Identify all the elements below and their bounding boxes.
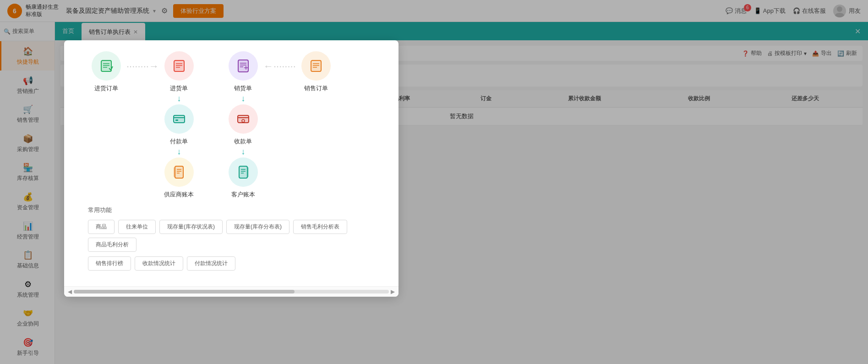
- popup-scrollbar-area: ◀ ▶: [64, 286, 399, 297]
- sales-order-label: 销售订单: [304, 84, 328, 92]
- popup-scroll: 进货订单 ········→ 进货单 ↓: [64, 40, 399, 286]
- sales-bill-circle: [229, 51, 258, 81]
- sales-order-circle: [301, 51, 331, 81]
- func-btn-payment-stat[interactable]: 付款情况统计: [187, 256, 235, 271]
- sales-order-node[interactable]: 销售订单: [301, 51, 331, 92]
- sales-bill-label: 销货单: [234, 84, 252, 92]
- scroll-right-icon[interactable]: ▶: [391, 288, 395, 295]
- func-btn-sales-rank[interactable]: 销售排行榜: [88, 256, 131, 271]
- svg-rect-38: [247, 167, 249, 177]
- customer-ledger-label: 客户账本: [231, 190, 255, 199]
- common-functions: 常用功能 商品 往来单位 现存量(库存状况表) 现存量(库存分布表) 销售毛利分…: [79, 206, 384, 271]
- svg-rect-12: [174, 115, 185, 123]
- func-btn-receipt-stat[interactable]: 收款情况统计: [135, 256, 183, 271]
- func-btn-sales-profit[interactable]: 销售毛利分析表: [293, 220, 347, 234]
- sales-bill-node[interactable]: 销货单: [229, 51, 258, 92]
- arrow-down-1: ↓: [177, 94, 181, 103]
- func-btn-counterpart[interactable]: 往来单位: [118, 220, 156, 234]
- func-btn-goods-profit[interactable]: 商品毛利分析: [88, 238, 136, 252]
- svg-rect-16: [175, 166, 183, 178]
- supplier-ledger-label: 供应商账本: [164, 190, 194, 199]
- receipt-bill-label: 收款单: [234, 137, 252, 146]
- purchase-order-node[interactable]: 进货订单: [92, 51, 121, 92]
- svg-rect-33: [239, 166, 247, 178]
- func-btn-stock-status[interactable]: 现存量(库存状况表): [159, 220, 223, 234]
- svg-rect-7: [174, 60, 184, 71]
- svg-rect-22: [238, 60, 248, 72]
- popup-box: 进货订单 ········→ 进货单 ↓: [64, 40, 399, 297]
- scrollbar-track[interactable]: [74, 290, 389, 293]
- arrow-down-4: ↓: [241, 147, 245, 156]
- svg-rect-29: [238, 115, 249, 123]
- scroll-left-icon[interactable]: ◀: [68, 288, 72, 295]
- purchase-bill-label: 进货单: [170, 84, 188, 92]
- receipt-bill-circle: [229, 104, 258, 134]
- supplier-ledger-node[interactable]: 供应商账本: [164, 158, 194, 199]
- supplier-ledger-circle: [164, 158, 194, 187]
- purchase-order-circle: [92, 51, 121, 81]
- func-buttons-row2: 销售排行榜 收款情况统计 付款情况统计: [88, 256, 375, 271]
- scrollbar-thumb: [74, 290, 295, 293]
- customer-ledger-circle: [229, 158, 258, 187]
- svg-rect-2: [101, 60, 111, 71]
- purchase-order-label: 进货订单: [94, 84, 118, 92]
- func-btn-stock-dist[interactable]: 现存量(库存分布表): [226, 220, 289, 234]
- svg-rect-21: [174, 167, 175, 177]
- func-title: 常用功能: [88, 206, 375, 214]
- popup-overlay: 进货订单 ········→ 进货单 ↓: [0, 0, 868, 364]
- svg-rect-15: [175, 120, 178, 121]
- arrow-down-2: ↓: [241, 94, 245, 103]
- customer-ledger-node[interactable]: 客户账本: [229, 158, 258, 199]
- func-btn-goods[interactable]: 商品: [88, 220, 115, 234]
- receipt-bill-node[interactable]: 收款单: [229, 104, 258, 146]
- purchase-bill-node[interactable]: 进货单: [164, 51, 194, 92]
- payment-bill-circle: [164, 104, 194, 134]
- arrow-down-3: ↓: [177, 147, 181, 156]
- func-buttons-row1: 商品 往来单位 现存量(库存状况表) 现存量(库存分布表) 销售毛利分析表 商品…: [88, 220, 375, 252]
- purchase-bill-circle: [164, 51, 194, 81]
- payment-bill-label: 付款单: [170, 137, 188, 146]
- svg-rect-39: [311, 60, 321, 71]
- payment-bill-node[interactable]: 付款单: [164, 104, 194, 146]
